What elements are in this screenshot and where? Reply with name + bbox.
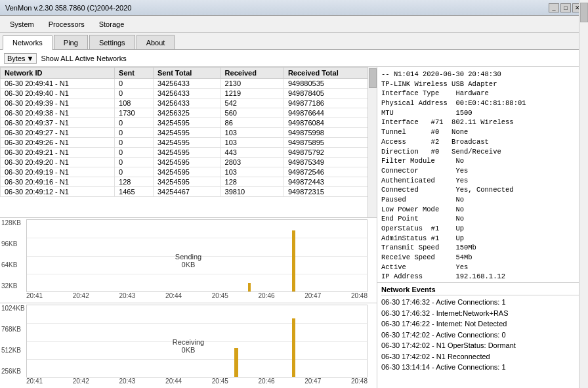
sending-x-axis: 20:41 20:42 20:43 20:44 20:45 20:46 20:4…: [26, 292, 368, 303]
events-header: Network Events: [381, 284, 584, 295]
menu-processors[interactable]: Processors: [41, 18, 92, 30]
table-section: Network ID Sent Sent Total Received Rece…: [0, 67, 377, 218]
maximize-button[interactable]: □: [560, 3, 571, 12]
receiving-y-axis: 1024KB 768KB 512KB 256KB: [0, 303, 26, 376]
table-row[interactable]: 06-30 20:49:38 - N1173034256325560949876…: [1, 108, 377, 118]
right-panel: -- N1:014 2020-06-30 20:48:30 TP-LINK Wi…: [377, 67, 588, 388]
table-row[interactable]: 06-30 20:49:37 - N103425459586949876084: [1, 118, 377, 128]
tab-ping[interactable]: Ping: [54, 35, 88, 49]
sending-plot: [26, 219, 368, 292]
sending-chart: 128KB 96KB 64KB 32KB 20:41 20:42: [0, 218, 377, 303]
table-row[interactable]: 06-30 20:49:26 - N1034254595103949875895: [1, 138, 377, 148]
network-filter-text: Show ALL Active Networks: [41, 54, 126, 62]
event-item: 06-30 17:42:02 - N1 Reconnected: [381, 351, 584, 362]
event-item: 06-30 17:46:32 - Active Connections: 1: [381, 297, 584, 308]
menu-storage[interactable]: Storage: [92, 18, 132, 30]
table-scrollbar[interactable]: [368, 67, 377, 217]
receiving-chart: 1024KB 768KB 512KB 256KB 20:41 20:42: [0, 303, 377, 388]
receiving-x-axis: 20:41 20:42 20:43 20:44 20:45 20:46 20:4…: [26, 377, 368, 388]
table-row[interactable]: 06-30 20:49:21 - N1034254595443949875792: [1, 148, 377, 158]
window-controls[interactable]: _ □ ✕: [549, 3, 583, 12]
events-scrollbar[interactable]: [579, 283, 588, 388]
col-received: Received: [220, 68, 284, 79]
tab-networks[interactable]: Networks: [3, 35, 52, 50]
toolbar: Bytes ▼ Show ALL Active Networks: [0, 50, 588, 67]
bytes-dropdown[interactable]: Bytes ▼: [4, 53, 37, 64]
table-row[interactable]: 06-30 20:49:20 - N1034254595280394987534…: [1, 158, 377, 167]
col-sent: Sent: [115, 68, 154, 79]
menu-bar: System Processors Storage: [0, 16, 588, 33]
tab-about[interactable]: About: [136, 35, 175, 49]
table-row[interactable]: 06-30 20:49:40 - N1034256433121994987840…: [1, 89, 377, 98]
network-table: Network ID Sent Sent Total Received Rece…: [0, 67, 377, 197]
minimize-button[interactable]: _: [549, 3, 559, 12]
table-row[interactable]: 06-30 20:49:41 - N1034256433213094988053…: [1, 79, 377, 89]
col-network-id: Network ID: [1, 68, 115, 79]
left-panel: Network ID Sent Sent Total Received Rece…: [0, 67, 377, 388]
sending-y-axis: 128KB 96KB 64KB 32KB: [0, 218, 26, 291]
table-row[interactable]: 06-30 20:49:16 - N1128342545951289498724…: [1, 177, 377, 187]
events-section: Network Events 06-30 17:46:32 - Active C…: [377, 283, 588, 388]
event-item: 06-30 13:14:14 - Active Connections: 1: [381, 362, 584, 373]
window-title: VenMon v.2.30 358.7860 (C)2004-2020: [5, 4, 131, 12]
event-item: 06-30 17:46:22 - Internet: Not Detected: [381, 318, 584, 330]
table-row[interactable]: 06-30 20:49:12 - N1146534254467398109498…: [1, 187, 377, 197]
events-list: 06-30 17:46:32 - Active Connections: 106…: [381, 297, 584, 373]
main-content: Network ID Sent Sent Total Received Rece…: [0, 67, 588, 388]
event-item: 06-30 17:42:02 - N1 OperStatus: Dormant: [381, 340, 584, 351]
table-row[interactable]: 06-30 20:49:39 - N1108342564335429498771…: [1, 98, 377, 108]
charts-area: 128KB 96KB 64KB 32KB 20:41 20:42: [0, 218, 377, 388]
info-text: -- N1:014 2020-06-30 20:48:30 TP-LINK Wi…: [381, 70, 584, 283]
event-item: 06-30 17:42:02 - Active Connections: 0: [381, 330, 584, 341]
receiving-plot: [26, 305, 368, 377]
menu-system[interactable]: System: [3, 18, 41, 30]
info-section: -- N1:014 2020-06-30 20:48:30 TP-LINK Wi…: [377, 67, 588, 283]
table-row[interactable]: 06-30 20:49:27 - N1034254595103949875998: [1, 128, 377, 138]
event-item: 06-30 17:46:32 - Internet:Network+RAS: [381, 308, 584, 319]
tab-settings[interactable]: Settings: [89, 35, 135, 49]
col-sent-total: Sent Total: [153, 68, 220, 79]
col-received-total: Received Total: [284, 68, 376, 79]
tab-bar: Networks Ping Settings About: [0, 33, 588, 50]
table-row[interactable]: 06-30 20:49:19 - N1034254595103949872546: [1, 167, 377, 177]
title-bar: VenMon v.2.30 358.7860 (C)2004-2020 _ □ …: [0, 0, 588, 16]
